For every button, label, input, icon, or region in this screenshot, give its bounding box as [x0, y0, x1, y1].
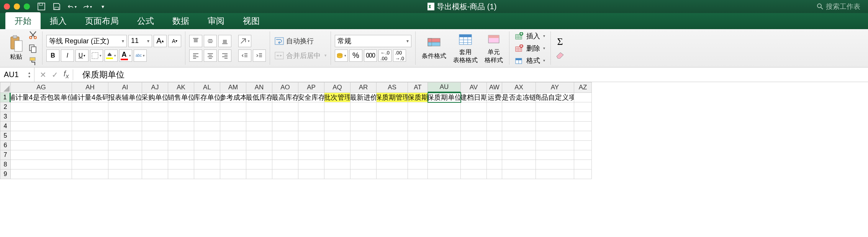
cell-AP5[interactable]	[298, 131, 324, 141]
name-box-up[interactable]: ▴	[28, 71, 30, 75]
delete-cells-button[interactable]: 删除▾	[513, 43, 547, 54]
cell-AK6[interactable]	[168, 141, 194, 150]
increase-font-icon[interactable]: A▴	[154, 35, 167, 47]
cell-AI4[interactable]	[108, 122, 142, 131]
cell-AN2[interactable]	[246, 102, 272, 112]
cell-AM4[interactable]	[220, 122, 246, 131]
cell-AH9[interactable]	[72, 170, 108, 179]
cell-AV5[interactable]	[461, 131, 487, 141]
column-header-AM[interactable]: AM	[220, 82, 246, 93]
bold-button[interactable]: B	[46, 49, 59, 62]
column-header-AG[interactable]: AG	[11, 82, 72, 93]
cell-AL4[interactable]	[194, 122, 220, 131]
cell-AH7[interactable]	[72, 150, 108, 160]
column-header-AS[interactable]: AS	[377, 82, 408, 93]
cell-AU4[interactable]	[428, 122, 461, 131]
column-header-AP[interactable]: AP	[298, 82, 324, 93]
cell-AY4[interactable]	[536, 122, 574, 131]
orientation-icon[interactable]	[238, 35, 251, 47]
cell-AN7[interactable]	[246, 150, 272, 160]
cell-AX7[interactable]	[502, 150, 536, 160]
column-header-AK[interactable]: AK	[168, 82, 194, 93]
cell-AY3[interactable]	[536, 112, 574, 122]
cell-AJ8[interactable]	[142, 160, 168, 170]
align-top-icon[interactable]	[189, 35, 202, 47]
cell-AR2[interactable]	[350, 102, 377, 112]
cell-AN6[interactable]	[246, 141, 272, 150]
cell-AT3[interactable]	[408, 112, 428, 122]
cell-AI1[interactable]: 报表辅单位	[108, 93, 142, 102]
cell-AO2[interactable]	[272, 102, 298, 112]
cell-AU5[interactable]	[428, 131, 461, 141]
cell-AS6[interactable]	[377, 141, 408, 150]
cell-AJ7[interactable]	[142, 150, 168, 160]
paste-button[interactable]: 粘贴	[7, 35, 25, 62]
cell-AV6[interactable]	[461, 141, 487, 150]
cell-AI2[interactable]	[108, 102, 142, 112]
font-name-combo[interactable]: 等线 Regular (正文)▾	[46, 35, 127, 47]
cell-AH6[interactable]	[72, 141, 108, 150]
cell-AT6[interactable]	[408, 141, 428, 150]
column-header-AI[interactable]: AI	[108, 82, 142, 93]
cell-AQ9[interactable]	[324, 170, 350, 179]
cell-AN3[interactable]	[246, 112, 272, 122]
cell-AW9[interactable]	[487, 170, 502, 179]
cell-AL8[interactable]	[194, 160, 220, 170]
cell-AU9[interactable]	[428, 170, 461, 179]
cell-AQ5[interactable]	[324, 131, 350, 141]
cell-AX6[interactable]	[502, 141, 536, 150]
cell-AO7[interactable]	[272, 150, 298, 160]
column-header-AN[interactable]: AN	[246, 82, 272, 93]
cancel-formula-icon[interactable]: ✕	[40, 70, 46, 79]
cell-AW7[interactable]	[487, 150, 502, 160]
comma-button[interactable]: 000	[364, 49, 377, 62]
close-window[interactable]	[4, 3, 10, 10]
number-format-combo[interactable]: 常规▾	[335, 35, 411, 47]
cell-AM1[interactable]: 参考成本	[220, 93, 246, 102]
cell-AX5[interactable]	[502, 131, 536, 141]
cell-AZ4[interactable]	[574, 122, 592, 131]
cell-AG3[interactable]	[11, 112, 72, 122]
column-header-AY[interactable]: AY	[536, 82, 574, 93]
cell-AL9[interactable]	[194, 170, 220, 179]
cell-AT9[interactable]	[408, 170, 428, 179]
cell-AG4[interactable]	[11, 122, 72, 131]
cell-AP2[interactable]	[298, 102, 324, 112]
column-header-AU[interactable]: AU	[428, 82, 461, 93]
row-header-2[interactable]: 2	[0, 102, 11, 112]
tab-开始[interactable]: 开始	[5, 12, 41, 29]
column-header-AX[interactable]: AX	[502, 82, 536, 93]
underline-button[interactable]: U▾	[75, 49, 88, 62]
copy-icon[interactable]	[28, 43, 38, 54]
cell-AQ7[interactable]	[324, 150, 350, 160]
cell-AV7[interactable]	[461, 150, 487, 160]
cell-AZ8[interactable]	[574, 160, 592, 170]
cell-AS7[interactable]	[377, 150, 408, 160]
tab-审阅[interactable]: 审阅	[198, 12, 234, 29]
cell-AQ8[interactable]	[324, 160, 350, 170]
cell-AY7[interactable]	[536, 150, 574, 160]
row-header-3[interactable]: 3	[0, 112, 11, 122]
cell-AJ4[interactable]	[142, 122, 168, 131]
cell-AM9[interactable]	[220, 170, 246, 179]
row-header-6[interactable]: 6	[0, 141, 11, 150]
cell-AG2[interactable]	[11, 102, 72, 112]
cell-AL3[interactable]	[194, 112, 220, 122]
cell-AP4[interactable]	[298, 122, 324, 131]
insert-cells-button[interactable]: 插入▾	[513, 31, 547, 41]
fx-icon[interactable]: fx	[64, 69, 73, 80]
cell-AM6[interactable]	[220, 141, 246, 150]
undo-icon[interactable]: ▾	[67, 2, 77, 11]
cell-AP1[interactable]: 安全库存	[298, 93, 324, 102]
cell-AO8[interactable]	[272, 160, 298, 170]
save-icon[interactable]	[52, 2, 61, 11]
cell-AN4[interactable]	[246, 122, 272, 131]
cell-AO3[interactable]	[272, 112, 298, 122]
cell-AK1[interactable]: 销售单位	[168, 93, 194, 102]
cell-AT5[interactable]	[408, 131, 428, 141]
cell-AJ3[interactable]	[142, 112, 168, 122]
cell-AY6[interactable]	[536, 141, 574, 150]
cell-AJ2[interactable]	[142, 102, 168, 112]
cell-AS1[interactable]: 保质期管理	[377, 93, 408, 102]
cell-AV1[interactable]: 建档日期	[461, 93, 487, 102]
